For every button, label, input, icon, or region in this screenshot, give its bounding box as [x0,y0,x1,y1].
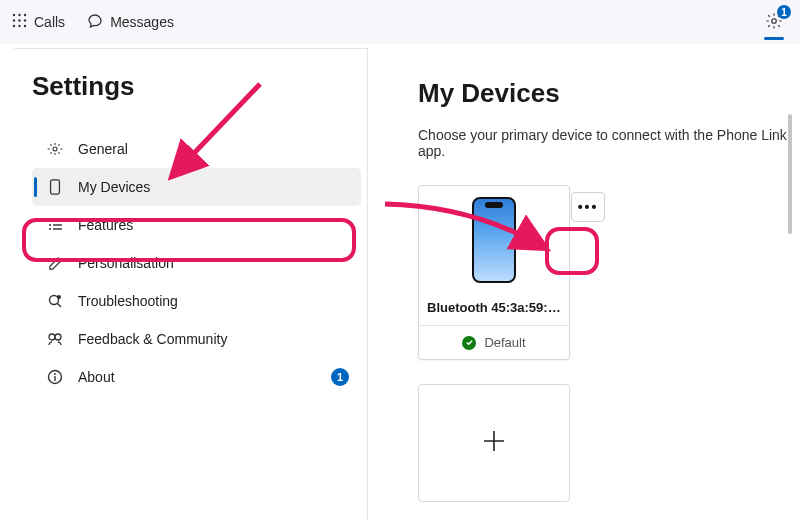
svg-point-20 [49,334,55,340]
sidebar-item-label: My Devices [78,179,150,195]
svg-point-12 [49,220,51,222]
plus-icon [481,425,507,462]
page-title: My Devices [418,78,800,109]
nav-messages[interactable]: Messages [87,13,174,32]
svg-point-0 [13,14,15,16]
svg-point-2 [24,14,26,16]
sidebar-item-label: Personalisation [78,255,174,271]
feedback-icon [46,331,64,347]
svg-point-8 [24,25,26,27]
device-status: Default [419,325,569,359]
features-icon [46,218,64,232]
info-icon [46,369,64,385]
about-badge: 1 [331,368,349,386]
sidebar-item-features[interactable]: Features [32,206,361,244]
add-device-card[interactable] [418,384,570,502]
settings-sidebar: Settings General My Devices Features [10,48,368,520]
chat-icon [87,13,103,32]
sidebar-item-label: Troubleshooting [78,293,178,309]
sidebar-item-general[interactable]: General [32,130,361,168]
pencil-icon [46,256,64,271]
ellipsis-icon: ••• [578,199,599,215]
sidebar-item-label: Feedback & Community [78,331,227,347]
svg-point-9 [772,18,777,23]
content-panel: My Devices Choose your primary device to… [368,44,800,520]
sidebar-item-about[interactable]: About 1 [32,358,361,396]
settings-title: Settings [32,71,361,102]
svg-point-5 [24,19,26,21]
svg-point-23 [54,373,56,375]
device-name: Bluetooth 45:3a:59:f5:3... [419,294,569,325]
phone-icon [472,197,516,283]
settings-nav-list: General My Devices Features Personalisat… [32,130,361,396]
svg-point-7 [18,25,20,27]
check-icon [462,336,476,350]
gear-icon [46,141,64,157]
device-status-label: Default [484,335,525,350]
settings-button[interactable]: 1 [760,8,788,36]
svg-point-3 [13,19,15,21]
sidebar-item-personalisation[interactable]: Personalisation [32,244,361,282]
svg-rect-24 [54,376,55,381]
phone-icon [46,179,64,195]
sidebar-item-troubleshooting[interactable]: Troubleshooting [32,282,361,320]
top-bar: Calls Messages 1 [0,0,800,44]
device-thumbnail [419,186,569,294]
dialpad-icon [12,13,27,31]
svg-rect-13 [53,220,62,221]
svg-rect-15 [53,224,62,225]
sidebar-item-label: Features [78,217,133,233]
sidebar-item-label: General [78,141,128,157]
svg-point-16 [49,228,51,230]
svg-point-1 [18,14,20,16]
svg-rect-11 [51,180,60,194]
svg-point-19 [57,295,61,299]
svg-point-10 [53,147,57,151]
device-card[interactable]: ••• Bluetooth 45:3a:59:f5:3... Default [418,185,570,360]
svg-point-14 [49,224,51,226]
svg-point-6 [13,25,15,27]
sidebar-item-my-devices[interactable]: My Devices [32,168,361,206]
nav-calls[interactable]: Calls [12,13,65,31]
troubleshoot-icon [46,293,64,309]
svg-point-21 [55,334,61,340]
device-more-button[interactable]: ••• [571,192,605,222]
nav-messages-label: Messages [110,14,174,30]
settings-badge: 1 [777,5,791,19]
scrollbar[interactable] [788,114,792,234]
svg-point-4 [18,19,20,21]
page-subtitle: Choose your primary device to connect wi… [418,127,800,159]
sidebar-item-feedback[interactable]: Feedback & Community [32,320,361,358]
svg-rect-17 [53,228,62,229]
nav-calls-label: Calls [34,14,65,30]
sidebar-item-label: About [78,369,115,385]
